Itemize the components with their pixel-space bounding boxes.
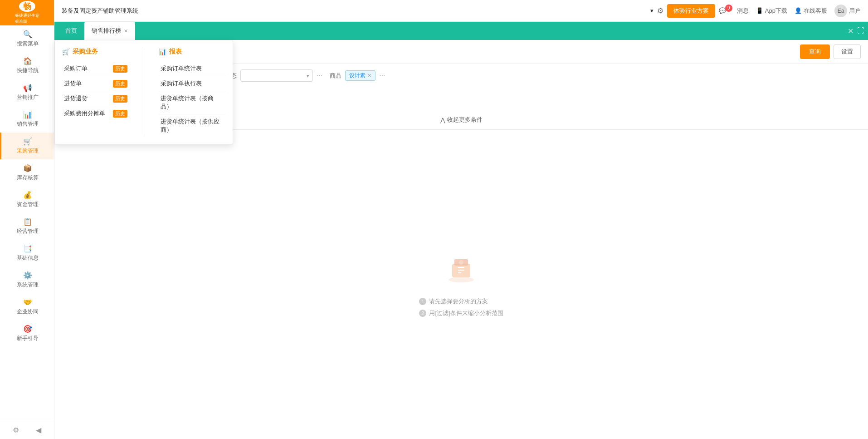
collapse-sidebar-icon[interactable]: ◀ xyxy=(36,426,41,434)
tab-label: 首页 xyxy=(65,27,77,35)
goods-tag-close[interactable]: ✕ xyxy=(367,73,371,79)
logo-text: 畅捷通好生意 标准版 xyxy=(15,13,39,25)
sidebar-label: 基础信息 xyxy=(17,254,39,262)
online-service-label: 在线客服 xyxy=(804,7,827,15)
sidebar-label: 资金管理 xyxy=(17,201,39,208)
sidebar-icon: 📋 xyxy=(23,217,32,226)
maximize-icon[interactable]: ⛶ xyxy=(857,27,864,35)
sidebar-icon: 📢 xyxy=(23,84,32,92)
sidebar-icon: ⚙️ xyxy=(23,271,32,280)
tab-close[interactable]: ✕ xyxy=(124,28,128,34)
sidebar-icon: 🛒 xyxy=(23,137,32,146)
bill-status-select-wrap xyxy=(240,69,313,82)
sidebar-label: 系统管理 xyxy=(17,281,39,289)
sidebar-item-快捷导航[interactable]: 🏠快捷导航 xyxy=(0,52,54,79)
history-badge: 历史 xyxy=(113,65,127,73)
tab-销售排行榜[interactable]: 销售排行榜✕ xyxy=(84,22,135,40)
topbar-right: 💬 9 消息 📱 App下载 👤 在线客服 Ea 用户 xyxy=(719,5,861,17)
sidebar-item-库存核算[interactable]: 📦库存核算 xyxy=(0,159,54,186)
sidebar: 畅 畅捷通好生意 标准版 🔍搜索菜单🏠快捷导航📢营销推广📊销售管理🛒采购管理📦库… xyxy=(0,0,54,439)
sidebar-label: 营销推广 xyxy=(17,94,39,101)
tabbar: 首页销售排行榜✕✕⛶ xyxy=(54,22,868,40)
purchase-col: 🛒 采购业务采购订单历史进货单历史进货退货历史采购费用分摊单历史 xyxy=(62,48,129,137)
user-item[interactable]: Ea 用户 xyxy=(834,5,861,17)
settings-footer-icon[interactable]: ⚙ xyxy=(13,426,19,434)
sidebar-item-采购管理[interactable]: 🛒采购管理 xyxy=(0,133,54,159)
sidebar-item-销售管理[interactable]: 📊销售管理 xyxy=(0,106,54,133)
query-button[interactable]: 查询 xyxy=(800,44,830,59)
purchase-item-采购费用分摊单[interactable]: 采购费用分摊单历史 xyxy=(62,106,129,121)
app-download-item[interactable]: 📱 App下载 xyxy=(756,7,787,15)
report-icon: 📊 xyxy=(159,48,166,55)
sidebar-item-系统管理[interactable]: ⚙️系统管理 xyxy=(0,266,54,293)
purchase-item-采购订单[interactable]: 采购订单历史 xyxy=(62,61,129,76)
tip-row-2: 2 用[过滤]条件来缩小分析范围 xyxy=(419,307,503,319)
empty-state: 1 请先选择要分析的方案 2 用[过滤]条件来缩小分析范围 xyxy=(54,130,868,439)
bill-status-more[interactable]: ··· xyxy=(317,72,322,80)
sidebar-item-新手引导[interactable]: 🎯新手引导 xyxy=(0,320,54,347)
goods-tag-value: 设计素 xyxy=(349,72,366,79)
sidebar-label: 搜索菜单 xyxy=(17,40,39,48)
purchase-col-title: 🛒 采购业务 xyxy=(62,48,129,56)
sidebar-icon: 🏠 xyxy=(23,57,32,65)
tab-label: 销售排行榜 xyxy=(92,27,121,35)
industry-btn[interactable]: 体验行业方案 xyxy=(667,4,715,18)
report-item-进货单统计表（按商品）[interactable]: 进货单统计表（按商品） xyxy=(159,91,226,114)
topbar: 装备及固定资产辅助管理系统 ▾ ⚙ 体验行业方案 💬 9 消息 📱 App下载 … xyxy=(54,0,868,22)
report-col-title: 📊 报表 xyxy=(159,48,226,56)
dropdown-arrow-icon: ▾ xyxy=(650,7,653,14)
sidebar-label: 企业协同 xyxy=(17,308,39,316)
report-col: 📊 报表采购订单统计表采购订单执行表进货单统计表（按商品）进货单统计表（按供应商… xyxy=(159,48,226,137)
sidebar-item-企业协同[interactable]: 🤝企业协同 xyxy=(0,293,54,320)
sidebar-item-营销推广[interactable]: 📢营销推广 xyxy=(0,79,54,106)
system-dropdown[interactable]: ▾ xyxy=(650,7,653,14)
item-label: 采购订单执行表 xyxy=(161,79,202,88)
service-icon: 👤 xyxy=(795,7,802,14)
online-service-item[interactable]: 👤 在线客服 xyxy=(795,7,827,15)
sidebar-item-搜索菜单[interactable]: 🔍搜索菜单 xyxy=(0,25,54,52)
sidebar-label: 采购管理 xyxy=(17,147,39,155)
sidebar-icon: 🔍 xyxy=(23,30,32,39)
sidebar-label: 销售管理 xyxy=(17,120,39,128)
report-item-进货单统计表（按供应商）[interactable]: 进货单统计表（按供应商） xyxy=(159,114,226,137)
tab-首页[interactable]: 首页 xyxy=(58,22,84,40)
svg-point-3 xyxy=(459,260,463,265)
bill-status-select[interactable] xyxy=(240,69,313,82)
toolbar-right: 查询 设置 xyxy=(800,44,861,59)
phone-icon: 📱 xyxy=(756,7,763,14)
history-badge: 历史 xyxy=(113,110,127,118)
goods-tag: 设计素 ✕ xyxy=(345,70,375,81)
topbar-settings-icon[interactable]: ⚙ xyxy=(657,6,663,15)
message-label: 消息 xyxy=(737,7,749,15)
purchase-item-进货退货[interactable]: 进货退货历史 xyxy=(62,91,129,106)
item-label: 进货单统计表（按供应商） xyxy=(161,118,224,134)
sidebar-icon: 📦 xyxy=(23,164,32,173)
tip-text-1: 请先选择要分析的方案 xyxy=(429,296,488,307)
goods-label: 商品 xyxy=(330,72,341,80)
message-item[interactable]: 💬 9 消息 xyxy=(719,7,749,15)
sidebar-label: 快捷导航 xyxy=(17,67,39,74)
empty-tips: 1 请先选择要分析的方案 2 用[过滤]条件来缩小分析范围 xyxy=(419,296,503,319)
sidebar-item-经营管理[interactable]: 📋经营管理 xyxy=(0,213,54,240)
collapse-icon: ⋀ xyxy=(440,117,445,123)
collapse-label: 收起更多条件 xyxy=(447,116,483,124)
sidebar-nav: 🔍搜索菜单🏠快捷导航📢营销推广📊销售管理🛒采购管理📦库存核算💰资金管理📋经营管理… xyxy=(0,25,54,421)
sidebar-item-基础信息[interactable]: 📑基础信息 xyxy=(0,240,54,266)
item-label: 进货单统计表（按商品） xyxy=(161,94,224,111)
item-label: 采购订单 xyxy=(64,64,88,73)
purchase-item-进货单[interactable]: 进货单历史 xyxy=(62,76,129,91)
history-badge: 历史 xyxy=(113,80,127,88)
goods-more[interactable]: ··· xyxy=(379,72,385,80)
sidebar-footer: ⚙ ◀ xyxy=(0,421,54,439)
report-item-采购订单执行表[interactable]: 采购订单执行表 xyxy=(159,76,226,91)
report-item-采购订单统计表[interactable]: 采购订单统计表 xyxy=(159,61,226,76)
close-all-icon[interactable]: ✕ xyxy=(848,27,853,35)
collapse-btn[interactable]: ⋀ 收起更多条件 xyxy=(440,116,483,124)
app-download-label: App下载 xyxy=(765,7,787,15)
history-badge: 历史 xyxy=(113,95,127,103)
settings-button[interactable]: 设置 xyxy=(834,44,861,59)
item-label: 进货单 xyxy=(64,79,82,88)
sidebar-item-资金管理[interactable]: 💰资金管理 xyxy=(0,186,54,213)
sidebar-icon: 🤝 xyxy=(23,298,32,306)
purchase-icon: 🛒 xyxy=(62,48,70,55)
